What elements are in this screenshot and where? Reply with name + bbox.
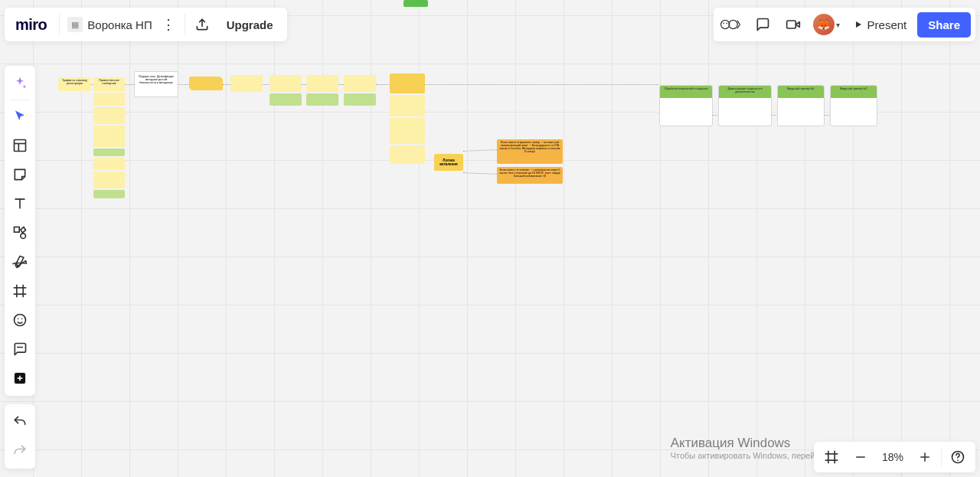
emoji-tool-icon[interactable] xyxy=(7,307,33,333)
select-tool-icon[interactable] xyxy=(7,103,33,129)
canvas-node[interactable] xyxy=(191,78,223,90)
divider xyxy=(185,14,185,35)
svg-point-17 xyxy=(18,319,19,320)
canvas-node[interactable] xyxy=(93,149,125,156)
canvas-node[interactable] xyxy=(306,75,338,92)
canvas-node[interactable] xyxy=(270,75,302,92)
svg-rect-5 xyxy=(15,140,26,152)
svg-point-0 xyxy=(720,20,729,28)
sticky-note-tool-icon[interactable] xyxy=(7,162,33,188)
svg-point-1 xyxy=(729,20,737,28)
top-bar: miro ▦ Воронка НП ⋮ Upgrade xyxy=(5,8,287,41)
connector xyxy=(824,115,831,116)
comments-icon[interactable] xyxy=(749,11,776,38)
divider xyxy=(10,100,30,100)
connector xyxy=(263,84,270,85)
ai-sparkle-icon[interactable] xyxy=(7,70,33,96)
video-icon[interactable] xyxy=(779,11,807,38)
connector xyxy=(376,84,390,85)
export-icon[interactable] xyxy=(193,15,211,34)
reactions-icon[interactable] xyxy=(718,11,746,38)
redo-icon[interactable] xyxy=(7,438,33,464)
avatar-icon: 🦊 xyxy=(813,14,835,35)
canvas-node[interactable] xyxy=(93,93,125,106)
canvas-node[interactable] xyxy=(270,93,302,106)
canvas-node[interactable] xyxy=(230,75,263,92)
board-canvas[interactable]: Трафик на страницу регистрации Приветств… xyxy=(0,0,980,477)
comment-tool-icon[interactable] xyxy=(7,336,33,362)
connector xyxy=(463,149,497,152)
fit-to-screen-icon[interactable] xyxy=(818,444,844,470)
node-orange-bottom[interactable]: Если клиент не ответил → напоминание чер… xyxy=(497,167,563,184)
connector xyxy=(463,172,497,175)
card-right-0[interactable]: Обработка возражений и закрытие Тело соо… xyxy=(660,86,712,126)
connector xyxy=(178,84,189,85)
card-title: Вирусный триггер №1 xyxy=(778,86,824,98)
canvas-node[interactable] xyxy=(390,74,425,93)
svg-rect-4 xyxy=(786,21,795,28)
divider xyxy=(941,448,942,466)
upgrade-button[interactable]: Upgrade xyxy=(219,14,281,36)
canvas-node[interactable] xyxy=(306,93,338,106)
connector xyxy=(338,84,344,85)
canvas-node[interactable] xyxy=(93,107,125,124)
zoom-out-icon[interactable] xyxy=(848,444,874,470)
frame-tool-icon[interactable] xyxy=(7,278,33,304)
canvas-node[interactable] xyxy=(93,190,125,198)
help-icon[interactable] xyxy=(945,444,971,470)
present-button[interactable]: Present xyxy=(846,18,915,31)
card-title: Вирусный триггер №2 xyxy=(831,86,877,98)
canvas-node[interactable] xyxy=(93,172,125,188)
svg-point-16 xyxy=(15,315,26,326)
svg-point-11 xyxy=(21,234,26,239)
top-right-bar: 🦊 ▾ Present Share xyxy=(714,8,975,41)
canvas-node[interactable] xyxy=(390,95,425,116)
divider xyxy=(59,14,60,35)
svg-rect-10 xyxy=(15,227,20,233)
svg-point-31 xyxy=(957,459,959,461)
svg-point-18 xyxy=(21,319,23,320)
pen-tool-icon[interactable] xyxy=(7,249,33,275)
node-logic[interactable]: Логика ветвления xyxy=(434,154,463,171)
canvas-node[interactable] xyxy=(344,75,376,92)
templates-tool-icon[interactable] xyxy=(7,132,33,158)
zoom-in-icon[interactable] xyxy=(912,444,938,470)
undo-icon[interactable] xyxy=(7,409,33,435)
zoom-percent[interactable]: 18% xyxy=(877,451,909,463)
left-toolbar xyxy=(5,66,35,396)
connector xyxy=(771,115,778,116)
card-title: Обработка возражений и закрытие xyxy=(660,86,712,98)
node-welcome-header[interactable]: Приветственное сообщение xyxy=(93,77,125,91)
board-thumbnail-icon: ▦ xyxy=(67,17,83,32)
board-title-button[interactable]: ▦ Воронка НП xyxy=(67,17,152,32)
left-toolbar-history xyxy=(5,404,35,469)
canvas-node[interactable] xyxy=(403,0,428,7)
canvas-node[interactable] xyxy=(344,93,376,106)
more-tools-icon[interactable] xyxy=(7,365,33,391)
connector xyxy=(91,84,93,85)
shapes-tool-icon[interactable] xyxy=(7,220,33,246)
card-title: Демонстрация социального доказательства xyxy=(719,86,771,98)
share-button[interactable]: Share xyxy=(917,12,971,38)
canvas-node[interactable] xyxy=(93,158,125,170)
avatar-menu[interactable]: 🦊 ▾ xyxy=(810,14,843,35)
miro-logo[interactable]: miro xyxy=(11,16,51,34)
node-traffic-header[interactable]: Трафик на страницу регистрации xyxy=(58,77,91,91)
node-whitebox[interactable]: Подарок пять. Дезинфекция методами ранне… xyxy=(135,72,178,96)
card-right-2[interactable]: Вирусный триггер №1 "Платим за рекоменда… xyxy=(778,86,824,126)
node-orange-top[interactable]: Если клиент отправляет номер → мгновенны… xyxy=(497,139,563,164)
zoom-bar: 18% xyxy=(814,442,975,472)
card-right-3[interactable]: Вирусный триггер №2 "Платим за рекоменда… xyxy=(831,86,877,126)
canvas-node[interactable] xyxy=(93,126,125,147)
connector xyxy=(425,84,658,85)
card-right-1[interactable]: Демонстрация социального доказательства … xyxy=(719,86,771,126)
text-tool-icon[interactable] xyxy=(7,191,33,217)
svg-point-2 xyxy=(723,23,724,25)
board-menu-kebab-icon[interactable]: ⋮ xyxy=(160,16,177,33)
chevron-down-icon: ▾ xyxy=(836,21,840,29)
connector xyxy=(712,115,719,116)
canvas-node[interactable] xyxy=(390,145,425,164)
connector xyxy=(302,84,306,85)
canvas-node[interactable] xyxy=(390,118,425,144)
connector xyxy=(223,84,230,85)
